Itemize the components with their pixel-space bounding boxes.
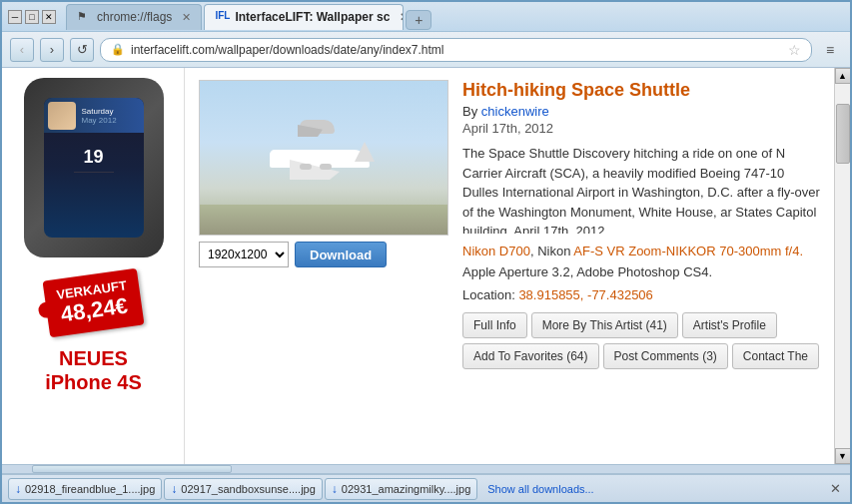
- download-filename-0: 02918_fireandblue_1....jpg: [25, 483, 155, 495]
- toolbar: ‹ › ↺ 🔒 interfacelift.com/wallpaper/down…: [2, 32, 850, 68]
- download-icon-1: ↓: [171, 482, 177, 496]
- phone-screen-photo: [48, 102, 76, 130]
- tab-ifl[interactable]: IFL InterfaceLIFT: Wallpaper sc ✕: [204, 4, 404, 30]
- close-button[interactable]: ✕: [42, 10, 56, 24]
- url-text: interfacelift.com/wallpaper/downloads/da…: [131, 43, 782, 57]
- wallpaper-title: Hitch-hiking Space Shuttle: [462, 80, 820, 101]
- wallpaper-author: By chickenwire: [462, 104, 820, 119]
- artists-profile-button[interactable]: Artist's Profile: [682, 312, 777, 338]
- address-bar[interactable]: 🔒 interfacelift.com/wallpaper/downloads/…: [100, 38, 812, 62]
- browser-window: ─ □ ✕ ⚑ chrome://flags ✕ IFL InterfaceLI…: [0, 0, 852, 504]
- gear-software: Apple Aperture 3.2, Adobe Photoshop CS4.: [462, 264, 712, 279]
- wallpaper-image: [199, 80, 448, 236]
- contact-button[interactable]: Contact The: [732, 343, 819, 369]
- vertical-scrollbar: ▲ ▼: [834, 68, 850, 464]
- add-favorites-button[interactable]: Add To Favorites (64): [462, 343, 599, 369]
- tab-label-flags: chrome://flags: [97, 10, 172, 24]
- download-button[interactable]: Download: [295, 242, 387, 267]
- scroll-thumb[interactable]: [836, 104, 850, 164]
- boeing-plane: [260, 140, 380, 180]
- download-filename-2: 02931_amazingmilky....jpg: [342, 483, 470, 495]
- downloads-bar: ↓ 02918_fireandblue_1....jpg ↓ 02917_san…: [2, 474, 850, 502]
- camera-link[interactable]: Nikon D700: [462, 244, 530, 258]
- price-tag: VERKAUFT 48,24€: [43, 268, 145, 338]
- window-controls: ─ □ ✕: [8, 10, 56, 24]
- location-coords: 38.915855, -77.432506: [518, 287, 652, 302]
- tab-flags[interactable]: ⚑ chrome://flags ✕: [66, 4, 202, 30]
- show-all-downloads-button[interactable]: Show all downloads...: [479, 478, 601, 500]
- wallpaper-info: Hitch-hiking Space Shuttle By chickenwir…: [462, 80, 820, 374]
- more-by-artist-button[interactable]: More By This Artist (41): [531, 312, 678, 338]
- wallpaper-gear: Nikon D700, Nikon AF-S VR Zoom-NIKKOR 70…: [462, 242, 820, 283]
- back-button[interactable]: ‹: [10, 38, 34, 62]
- wallpaper-item: 1920x1200 Download Hitch-hiking Space Sh…: [199, 80, 820, 374]
- action-buttons-row1: Full Info More By This Artist (41) Artis…: [462, 312, 820, 338]
- show-all-label: Show all downloads...: [487, 483, 593, 495]
- download-icon-0: ↓: [15, 482, 21, 496]
- download-icon-2: ↓: [332, 482, 338, 496]
- close-downloads-bar-button[interactable]: ✕: [826, 480, 844, 498]
- browser-content: Saturday May 2012 19 VERKAUFT: [2, 68, 850, 464]
- maximize-button[interactable]: □: [25, 10, 39, 24]
- ad-title: NEUES iPhone 4S: [45, 346, 142, 394]
- tab-favicon-ifl: IFL: [215, 10, 229, 24]
- scroll-track[interactable]: [835, 84, 851, 448]
- author-prefix: By: [462, 104, 481, 119]
- tab-favicon-flags: ⚑: [77, 10, 91, 24]
- wallpaper-location: Location: 38.915855, -77.432506: [462, 287, 820, 302]
- post-comments-button[interactable]: Post Comments (3): [603, 343, 728, 369]
- lock-icon: 🔒: [111, 43, 125, 56]
- ad-sidebar: Saturday May 2012 19 VERKAUFT: [2, 68, 185, 464]
- resolution-select[interactable]: 1920x1200: [199, 242, 289, 267]
- phone-screen: Saturday May 2012 19: [44, 98, 144, 238]
- bookmark-star-icon[interactable]: ☆: [788, 42, 801, 58]
- download-item-2[interactable]: ↓ 02931_amazingmilky....jpg: [325, 478, 477, 500]
- download-filename-1: 02917_sandboxsunse....jpg: [181, 483, 316, 495]
- wallpaper-description: The Space Shuttle Discovery hitching a r…: [462, 144, 820, 234]
- chrome-menu-button[interactable]: ≡: [818, 38, 842, 62]
- horizontal-scrollbar[interactable]: [2, 464, 850, 474]
- location-label: Location:: [462, 287, 518, 302]
- wallpaper-date: April 17th, 2012: [462, 121, 820, 136]
- space-shuttle: [290, 115, 340, 145]
- download-controls: 1920x1200 Download: [199, 242, 448, 267]
- h-scroll-thumb[interactable]: [32, 465, 232, 473]
- download-item-1[interactable]: ↓ 02917_sandboxsunse....jpg: [164, 478, 323, 500]
- lens-link[interactable]: AF-S VR Zoom-NIKKOR 70-300mm f/4.: [573, 244, 803, 258]
- wallpaper-thumbnail-area: 1920x1200 Download: [199, 80, 448, 374]
- tab-label-ifl: InterfaceLIFT: Wallpaper sc: [235, 10, 390, 24]
- author-link[interactable]: chickenwire: [481, 104, 549, 119]
- new-tab-button[interactable]: +: [406, 10, 431, 30]
- full-info-button[interactable]: Full Info: [462, 312, 527, 338]
- forward-button[interactable]: ›: [40, 38, 64, 62]
- action-buttons-row2: Add To Favorites (64) Post Comments (3) …: [462, 343, 820, 369]
- minimize-button[interactable]: ─: [8, 10, 22, 24]
- phone-ad: Saturday May 2012 19 VERKAUFT: [2, 68, 185, 464]
- scroll-down-button[interactable]: ▼: [835, 448, 851, 464]
- title-bar: ─ □ ✕ ⚑ chrome://flags ✕ IFL InterfaceLI…: [2, 2, 850, 32]
- scroll-up-button[interactable]: ▲: [835, 68, 851, 84]
- shuttle-scene: [200, 81, 447, 235]
- download-item-0[interactable]: ↓ 02918_fireandblue_1....jpg: [8, 478, 162, 500]
- ad-title-line1: NEUES: [45, 346, 142, 370]
- main-content: 1920x1200 Download Hitch-hiking Space Sh…: [185, 68, 834, 464]
- refresh-button[interactable]: ↺: [70, 38, 94, 62]
- tab-close-ifl[interactable]: ✕: [400, 11, 404, 24]
- gear-sep: , Nikon: [530, 244, 573, 258]
- phone-image: Saturday May 2012 19: [24, 78, 164, 257]
- ad-title-line2: iPhone 4S: [45, 370, 142, 394]
- tab-close-flags[interactable]: ✕: [182, 11, 191, 24]
